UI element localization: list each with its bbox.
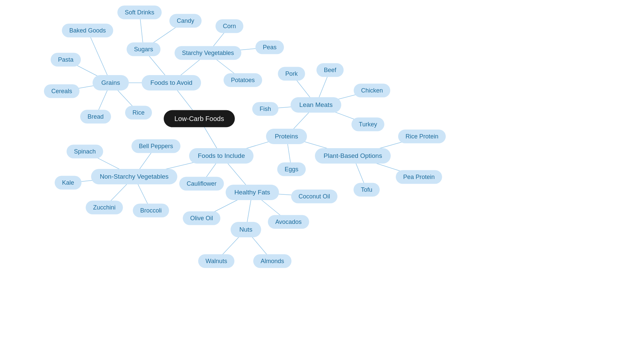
node-almonds[interactable]: Almonds [253,254,291,268]
mind-map: Low-Carb FoodsFoods to AvoidFoods to Inc… [0,0,644,363]
node-baked-goods[interactable]: Baked Goods [62,24,113,38]
node-pasta[interactable]: Pasta [51,53,81,67]
node-lean-meats[interactable]: Lean Meats [290,97,341,113]
node-fish[interactable]: Fish [252,102,278,116]
node-eggs[interactable]: Eggs [277,163,306,176]
node-tofu[interactable]: Tofu [354,183,380,197]
node-cauliflower[interactable]: Cauliflower [179,177,224,191]
node-proteins[interactable]: Proteins [266,129,307,144]
node-sugars[interactable]: Sugars [126,43,160,56]
node-zucchini[interactable]: Zucchini [86,201,123,215]
node-candy[interactable]: Candy [169,14,202,28]
node-starchy-veg[interactable]: Starchy Vegetables [174,46,241,60]
node-spinach[interactable]: Spinach [66,145,103,159]
node-foods-include[interactable]: Foods to Include [189,148,254,164]
node-grains[interactable]: Grains [93,75,129,90]
node-pork[interactable]: Pork [278,67,305,81]
node-foods-avoid[interactable]: Foods to Avoid [142,75,201,90]
node-nuts[interactable]: Nuts [230,222,261,237]
node-bell-peppers[interactable]: Bell Peppers [131,139,180,153]
node-corn[interactable]: Corn [215,19,243,33]
node-non-starchy-veg[interactable]: Non-Starchy Vegetables [91,169,177,184]
node-healthy-fats[interactable]: Healthy Fats [226,185,279,200]
node-rice[interactable]: Rice [125,106,152,120]
node-plant-based[interactable]: Plant-Based Options [315,148,391,164]
node-broccoli[interactable]: Broccoli [133,204,169,218]
node-rice-protein[interactable]: Rice Protein [398,130,446,143]
node-bread[interactable]: Bread [80,110,111,124]
node-olive-oil[interactable]: Olive Oil [183,211,220,225]
node-pea-protein[interactable]: Pea Protein [396,170,442,184]
node-chicken[interactable]: Chicken [354,84,390,98]
node-peas[interactable]: Peas [255,41,284,54]
node-kale[interactable]: Kale [55,176,82,190]
node-potatoes[interactable]: Potatoes [223,73,262,87]
node-avocados[interactable]: Avocados [268,215,309,229]
node-root[interactable]: Low-Carb Foods [164,110,235,127]
node-beef[interactable]: Beef [316,63,343,77]
node-walnuts[interactable]: Walnuts [198,254,234,268]
node-cereals[interactable]: Cereals [44,84,79,98]
node-turkey[interactable]: Turkey [352,118,384,131]
node-soft-drinks[interactable]: Soft Drinks [117,6,162,19]
node-coconut-oil[interactable]: Coconut Oil [291,190,337,203]
